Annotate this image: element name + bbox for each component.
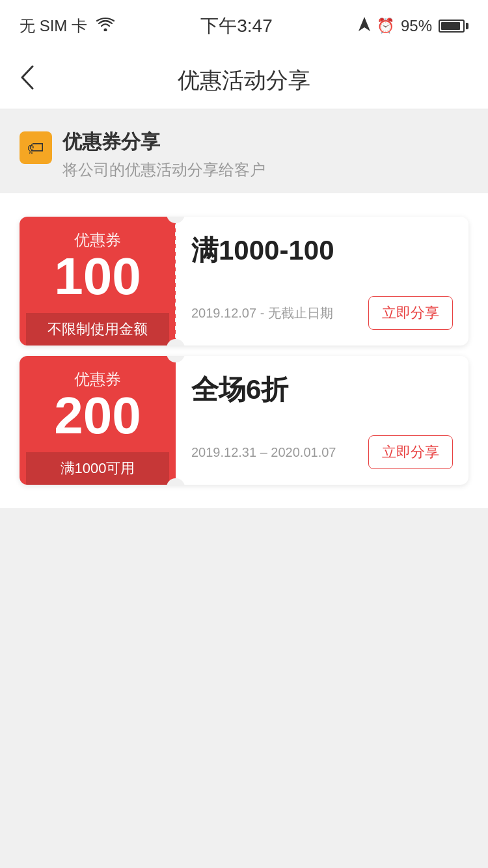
section-header: 🏷 优惠券分享 将公司的优惠活动分享给客户 xyxy=(0,109,488,193)
battery-icon xyxy=(439,20,468,33)
wifi-icon xyxy=(96,17,115,35)
coupon-date: 2019.12.31 – 2020.01.07 xyxy=(191,445,368,460)
section-text-block: 优惠券分享 将公司的优惠活动分享给客户 xyxy=(62,129,265,180)
page-title: 优惠活动分享 xyxy=(178,66,310,96)
coupon-left-panel: 优惠券 100 不限制使用金额 xyxy=(20,217,176,346)
coupon-amount: 100 xyxy=(54,251,141,303)
coupon-bottom-row: 2019.12.31 – 2020.01.07 立即分享 xyxy=(191,435,453,469)
coupon-icon: 🏷 xyxy=(27,138,44,158)
carrier-text: 无 SIM 卡 xyxy=(20,16,87,36)
coupon-right-panel: 满1000-100 2019.12.07 - 无截止日期 立即分享 xyxy=(176,217,468,346)
alarm-icon: ⏰ xyxy=(377,18,394,34)
coupon-title: 满1000-100 xyxy=(191,232,453,269)
cards-container: 优惠券 100 不限制使用金额 满1000-100 2019.12.07 - 无… xyxy=(0,193,488,508)
status-right: ⏰ 95% xyxy=(359,17,468,35)
location-icon xyxy=(359,17,370,35)
coupon-right-panel: 全场6折 2019.12.31 – 2020.01.07 立即分享 xyxy=(176,356,468,485)
coupon-left-panel: 优惠券 200 满1000可用 xyxy=(20,356,176,485)
status-left: 无 SIM 卡 xyxy=(20,16,115,36)
battery-percent: 95% xyxy=(401,17,432,35)
status-time: 下午3:47 xyxy=(200,14,273,38)
section-title: 优惠券分享 xyxy=(62,129,265,156)
svg-point-0 xyxy=(104,29,107,32)
section-icon: 🏷 xyxy=(20,131,52,164)
nav-bar: 优惠活动分享 xyxy=(0,52,488,109)
share-button[interactable]: 立即分享 xyxy=(368,435,453,469)
coupon-condition: 满1000可用 xyxy=(26,452,169,485)
coupon-bottom-row: 2019.12.07 - 无截止日期 立即分享 xyxy=(191,296,453,330)
section-subtitle: 将公司的优惠活动分享给客户 xyxy=(62,159,265,180)
share-button[interactable]: 立即分享 xyxy=(368,296,453,330)
back-button[interactable] xyxy=(20,65,34,96)
coupon-condition: 不限制使用金额 xyxy=(26,313,169,346)
coupon-date: 2019.12.07 - 无截止日期 xyxy=(191,305,368,322)
coupon-card: 优惠券 200 满1000可用 全场6折 2019.12.31 – 2020.0… xyxy=(20,356,468,485)
coupon-card: 优惠券 100 不限制使用金额 满1000-100 2019.12.07 - 无… xyxy=(20,217,468,346)
empty-area xyxy=(0,508,488,834)
coupon-amount: 200 xyxy=(54,390,141,442)
status-bar: 无 SIM 卡 下午3:47 ⏰ 95% xyxy=(0,0,488,52)
coupon-title: 全场6折 xyxy=(191,372,453,408)
